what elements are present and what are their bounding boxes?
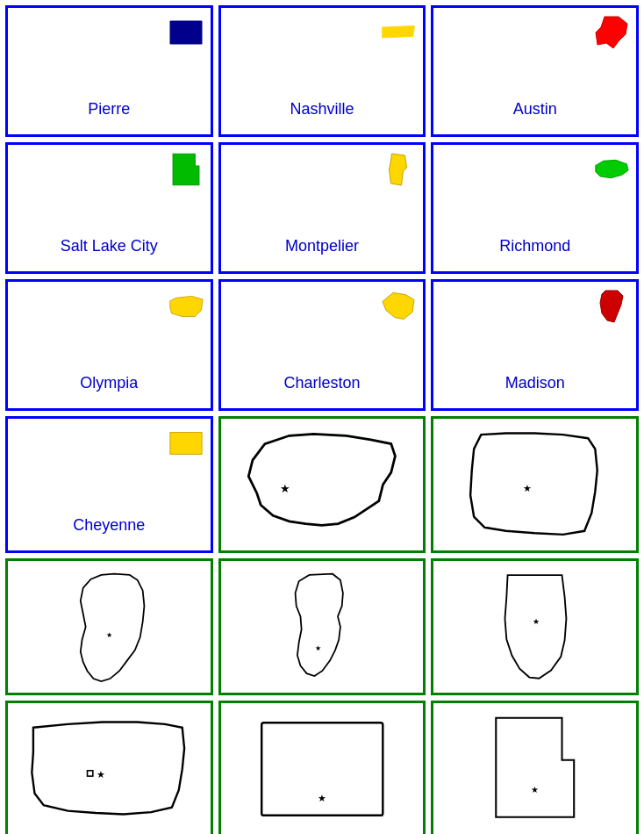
card-nashville[interactable]: Nashville — [218, 5, 426, 137]
west-virginia-icon — [381, 289, 416, 324]
south-dakota-icon — [168, 15, 204, 50]
card-montpelier[interactable]: Montpelier — [218, 142, 426, 274]
utah-map-svg: ★ — [487, 712, 583, 826]
svg-marker-3 — [173, 154, 199, 184]
svg-marker-1 — [383, 25, 415, 38]
nashville-label: Nashville — [221, 100, 424, 119]
texas-icon — [594, 15, 629, 50]
nevada-map-svg: ★ — [491, 570, 578, 684]
card-montana-map[interactable]: ★ — [5, 701, 213, 834]
utah-small-icon — [168, 152, 204, 187]
wyoming-map-svg: ★ — [251, 712, 394, 826]
vermont-icon — [381, 152, 416, 187]
montana-map-container: ★ — [8, 703, 211, 834]
card-grid: Pierre Nashville Austin Salt Lake City M… — [0, 0, 644, 834]
card-idaho-map[interactable]: ★ — [218, 558, 426, 695]
kentucky-icon — [594, 152, 629, 187]
card-charleston[interactable]: Charleston — [218, 279, 426, 411]
washington-map-svg: ★ — [240, 428, 404, 542]
richmond-label: Richmond — [433, 237, 636, 255]
nevada-map-container: ★ — [433, 561, 636, 693]
svg-marker-2 — [596, 17, 627, 48]
oregon-map-svg: ★ — [463, 428, 606, 542]
card-pierre[interactable]: Pierre — [5, 5, 213, 137]
svg-text:★: ★ — [524, 483, 533, 493]
svg-text:★: ★ — [318, 793, 326, 803]
utah-map-container: ★ — [433, 703, 636, 834]
wyoming-small-icon — [168, 426, 204, 461]
tennessee-icon — [381, 15, 416, 50]
california-map-container: ★ — [8, 561, 211, 693]
svg-rect-9 — [170, 433, 202, 455]
svg-marker-5 — [596, 160, 628, 177]
montpelier-label: Montpelier — [221, 237, 424, 255]
card-salt-lake-city[interactable]: Salt Lake City — [5, 142, 213, 274]
idaho-map-container: ★ — [221, 561, 424, 693]
oregon-map-container: ★ — [433, 419, 636, 550]
card-nevada-map[interactable]: ★ — [431, 558, 639, 695]
washington-small-icon — [168, 289, 204, 324]
card-oregon-map[interactable]: ★ — [431, 416, 639, 553]
card-cheyenne[interactable]: Cheyenne — [5, 416, 213, 553]
svg-text:★: ★ — [531, 785, 539, 794]
svg-marker-7 — [383, 293, 414, 320]
charleston-label: Charleston — [221, 374, 424, 392]
wisconsin-icon — [594, 289, 629, 324]
salt-lake-city-label: Salt Lake City — [8, 237, 211, 255]
card-utah-map[interactable]: ★ — [431, 701, 639, 834]
svg-marker-4 — [390, 154, 407, 185]
pierre-label: Pierre — [8, 100, 211, 119]
washington-map-container: ★ — [221, 419, 424, 550]
svg-text:★: ★ — [280, 482, 290, 495]
card-richmond[interactable]: Richmond — [431, 142, 639, 274]
madison-label: Madison — [433, 374, 636, 392]
card-olympia[interactable]: Olympia — [5, 279, 213, 411]
card-california-map[interactable]: ★ — [5, 558, 213, 695]
svg-text:★: ★ — [315, 644, 321, 652]
svg-text:★: ★ — [533, 617, 540, 626]
svg-marker-8 — [600, 291, 623, 322]
olympia-label: Olympia — [8, 374, 211, 392]
card-austin[interactable]: Austin — [431, 5, 639, 137]
card-washington-map[interactable]: ★ — [218, 416, 426, 553]
california-map-svg: ★ — [68, 570, 151, 684]
svg-text:★: ★ — [97, 768, 105, 779]
montana-map-svg: ★ — [26, 714, 193, 824]
austin-label: Austin — [433, 100, 636, 119]
card-wyoming-map[interactable]: ★ — [218, 701, 426, 834]
card-madison[interactable]: Madison — [431, 279, 639, 411]
cheyenne-label: Cheyenne — [8, 516, 211, 535]
wyoming-map-container: ★ — [221, 703, 424, 834]
svg-text:★: ★ — [106, 631, 112, 639]
svg-marker-6 — [169, 296, 202, 316]
idaho-map-svg: ★ — [281, 570, 364, 684]
svg-marker-0 — [170, 21, 202, 44]
